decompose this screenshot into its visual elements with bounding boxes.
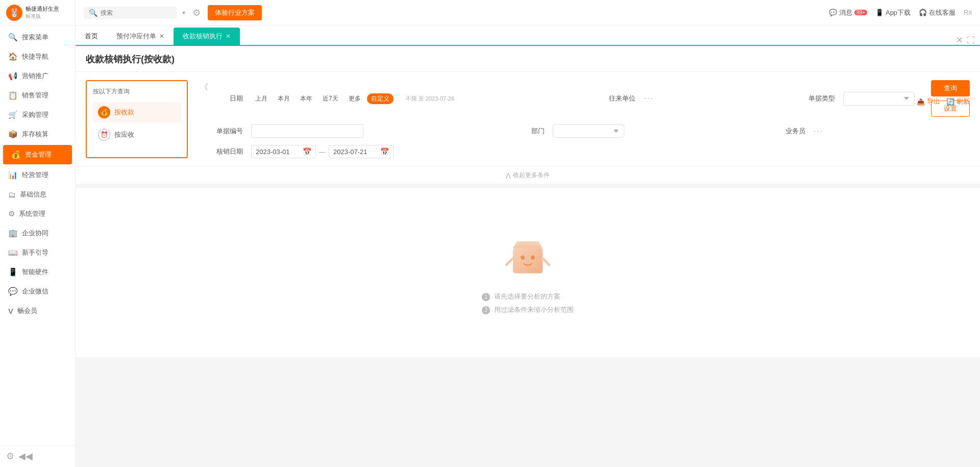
refresh-icon: 🔄 [946, 98, 954, 106]
sidebar: 🐰 畅捷通好生意 标准版 🔍 搜索菜单 🏠 快捷导航 📢 营销推广 📋 销售管理… [0, 0, 76, 467]
message-badge: 99+ [854, 10, 867, 15]
collapse-panel-btn[interactable]: 《 [200, 82, 208, 93]
sidebar-item-system[interactable]: ⚙ 系统管理 [0, 204, 75, 224]
offset-date-from-wrap[interactable]: 📅 [251, 145, 316, 158]
sidebar-item-finance[interactable]: 💰 资金管理 [3, 145, 72, 164]
export-btn[interactable]: 📤 导出 [917, 97, 940, 106]
message-btn[interactable]: 💬 消息 99+ [829, 8, 867, 17]
svg-rect-0 [513, 248, 543, 274]
purchase-icon: 🛒 [8, 110, 18, 119]
tab-receipt-close[interactable]: ✕ [226, 33, 231, 40]
cal-from-icon[interactable]: 📅 [303, 148, 311, 156]
sidebar-item-purchase[interactable]: 🛒 采购管理 [0, 105, 75, 125]
phone-icon: 📱 [875, 9, 884, 16]
smart-hw-icon: 📱 [8, 267, 18, 277]
query-type-by-receivable[interactable]: ⏰ 按应收 [93, 125, 181, 145]
counterpart-dots[interactable]: ··· [644, 94, 653, 103]
search-input[interactable] [101, 9, 172, 16]
shortcut-last-month[interactable]: 上月 [251, 93, 272, 104]
collapse-sidebar-icon[interactable]: ◀◀ [18, 451, 33, 462]
query-btn[interactable]: 查询 [931, 80, 970, 96]
sidebar-item-guide[interactable]: 📖 新手引导 [0, 243, 75, 262]
home-icon: 🏠 [8, 52, 18, 61]
tab-prepay-close[interactable]: ✕ [159, 33, 164, 40]
sidebar-item-smart-hw[interactable]: 📱 智能硬件 [0, 262, 75, 282]
svg-line-4 [543, 258, 549, 264]
topbar-gear-icon[interactable]: ⚙ [192, 7, 201, 18]
shortcut-7days[interactable]: 近7天 [318, 93, 342, 104]
offset-date-from[interactable] [256, 148, 301, 156]
tab-close-all-icon[interactable]: ✕ [956, 35, 963, 45]
empty-tips: 请先选择要分析的方案 用过滤条件来缩小分析范围 [482, 290, 574, 316]
staff-dots[interactable]: ··· [814, 127, 823, 136]
sidebar-item-collab[interactable]: 🏢 企业协同 [0, 224, 75, 243]
page-top-actions: 📤 导出 🔄 刷新 [917, 97, 970, 106]
sidebar-item-label: 经营管理 [22, 170, 48, 180]
service-icon: 🎧 [919, 9, 927, 16]
online-service-btn[interactable]: 🎧 在线客服 [919, 8, 955, 17]
app-logo: 🐰 畅捷通好生意 标准版 [0, 0, 75, 26]
filter-row-3: 核销日期 📅 — 📅 [216, 145, 970, 158]
content-area: 收款核销执行(按收款) 📤 导出 🔄 刷新 按以下方查 [76, 46, 980, 467]
basic-info-icon: 🗂 [8, 190, 16, 199]
app-download-btn[interactable]: 📱 App下载 [875, 8, 911, 17]
tab-expand-icon[interactable]: ⛶ [967, 36, 975, 45]
staff-label: 业务员 [779, 127, 805, 136]
offset-date-to[interactable] [333, 148, 378, 156]
wechat-icon: 💬 [8, 287, 18, 296]
empty-illustration [502, 229, 553, 280]
dept-select[interactable] [553, 124, 624, 138]
sidebar-item-basic-info[interactable]: 🗂 基础信息 [0, 185, 75, 204]
doc-type-select[interactable] [843, 92, 915, 106]
app-version: 标准版 [26, 13, 59, 20]
message-icon: 💬 [829, 9, 837, 16]
date-separator: — [319, 148, 326, 156]
filter-fields: 日期 上月 本月 本年 近7天 更多 自定义 不限 至 2023-07-26 [216, 80, 970, 158]
main-area: 🔍 ▾ ⚙ 体验行业方案 💬 消息 99+ 📱 App下载 🎧 在线客服 Rit [76, 0, 980, 467]
svg-point-2 [531, 256, 535, 260]
sidebar-item-search[interactable]: 🔍 搜索菜单 [0, 28, 75, 47]
refresh-btn[interactable]: 🔄 刷新 [946, 97, 970, 106]
sidebar-item-label: 企业微信 [22, 287, 48, 296]
sales-icon: 📋 [8, 91, 18, 100]
topbar-chevron-icon[interactable]: ▾ [182, 9, 185, 16]
tab-prepay-label: 预付冲应付单 [116, 32, 156, 41]
sidebar-item-operations[interactable]: 📊 经营管理 [0, 165, 75, 185]
solution-btn[interactable]: 体验行业方案 [208, 5, 262, 20]
sidebar-item-label: 库存核算 [22, 130, 48, 139]
query-type-by-receipt[interactable]: 💰 按收款 [93, 102, 181, 122]
shortcut-custom[interactable]: 自定义 [367, 93, 394, 104]
empty-tip-1: 请先选择要分析的方案 [482, 290, 574, 303]
doc-no-input[interactable] [251, 124, 363, 138]
tab-prepay[interactable]: 预付冲应付单 ✕ [107, 28, 174, 46]
topbar-user[interactable]: Rit [964, 9, 972, 16]
offset-date-to-wrap[interactable]: 📅 [329, 145, 394, 158]
finance-icon: 💰 [11, 150, 21, 159]
sidebar-item-quick-nav[interactable]: 🏠 快捷导航 [0, 47, 75, 66]
settings-bottom-icon[interactable]: ⚙ [6, 451, 14, 462]
page-header: 收款核销执行(按收款) 📤 导出 🔄 刷新 [76, 46, 980, 72]
query-type-title: 按以下方查询 [93, 87, 181, 96]
sidebar-item-label: 资金管理 [25, 150, 52, 159]
sidebar-item-label: 企业协同 [22, 229, 48, 238]
date-label: 日期 [216, 94, 243, 103]
collapse-more-bar[interactable]: ⋀ 收起更多条件 [76, 166, 980, 184]
logo-icon: 🐰 [6, 5, 22, 21]
sidebar-item-label: 营销推广 [22, 71, 48, 81]
sidebar-item-sales[interactable]: 📋 销售管理 [0, 86, 75, 105]
sidebar-item-marketing[interactable]: 📢 营销推广 [0, 66, 75, 86]
sidebar-item-label: 快捷导航 [22, 52, 48, 61]
sidebar-item-inventory[interactable]: 📦 库存核算 [0, 125, 75, 144]
shortcut-this-month[interactable]: 本月 [274, 93, 294, 104]
sidebar-item-wechat-biz[interactable]: 💬 企业微信 [0, 282, 75, 301]
tab-home[interactable]: 首页 [76, 28, 107, 46]
shortcut-this-year[interactable]: 本年 [296, 93, 316, 104]
sidebar-item-member[interactable]: V 畅会员 [0, 301, 75, 321]
filter-row-2: 单据编号 部门 业务员 ··· [216, 124, 970, 138]
shortcut-more[interactable]: 更多 [345, 93, 365, 104]
operations-icon: 📊 [8, 170, 18, 180]
cal-to-icon[interactable]: 📅 [380, 148, 389, 156]
topbar-search-box[interactable]: 🔍 [84, 7, 177, 19]
tabbar-actions: ✕ ⛶ [951, 35, 980, 45]
tab-receipt-offset[interactable]: 收款核销执行 ✕ [174, 28, 240, 46]
